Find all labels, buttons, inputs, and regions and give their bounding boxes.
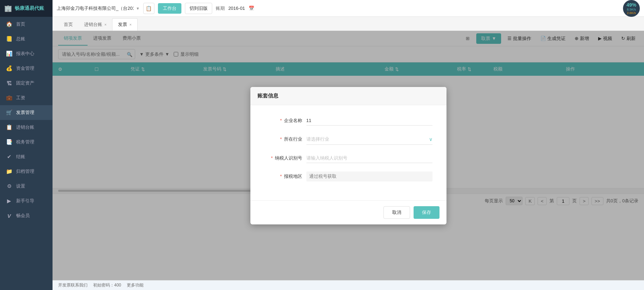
tax-region-input: [306, 171, 432, 181]
sidebar-item-label: 新手引导: [16, 198, 34, 204]
tab-invoice[interactable]: 发票 ×: [112, 18, 137, 31]
tax-id-input[interactable]: [306, 153, 432, 163]
invoice-icon: 🛒: [6, 109, 13, 116]
required-star: *: [280, 174, 282, 179]
sidebar-item-label: 总账: [16, 36, 25, 42]
bottom-more: 更多功能: [127, 282, 144, 288]
form-row-industry: * 所在行业 请选择行业 ∨: [264, 134, 432, 145]
archive-icon: 📁: [6, 168, 13, 175]
settle-icon: ✔: [6, 154, 13, 160]
assets-icon: 🏗: [6, 80, 13, 86]
modal-account-info: 账套信息 * 企业名称 *: [250, 87, 446, 224]
tab-inout-close[interactable]: ×: [104, 22, 106, 27]
logo-icon: 🏢: [4, 5, 12, 12]
company-select[interactable]: 上海卯金刀电子科技有限公司_（台201... ▼: [57, 5, 140, 12]
topbar-right: 49% 8.5K/s 2.6K/s: [623, 0, 640, 17]
sidebar-item-label: 固定资产: [16, 80, 34, 86]
company-name-input[interactable]: [306, 116, 432, 126]
sidebar-item-tax[interactable]: 📑 税务管理: [0, 135, 53, 149]
content-area: 销项发票 进项发票 费用小票 ⊞ 取票 ▼ ☰ 批量操作: [53, 31, 644, 280]
tab-home-label: 首页: [64, 21, 73, 28]
copy-icon: 📋: [146, 6, 152, 11]
modal-overlay: 账套信息 * 企业名称 *: [53, 31, 644, 280]
switch-old-button[interactable]: 切到旧版: [185, 3, 212, 14]
sidebar-item-label: 归档管理: [16, 168, 34, 175]
sidebar-item-home[interactable]: 🏠 首页: [0, 17, 53, 32]
cancel-button[interactable]: 取消: [383, 206, 410, 219]
sidebar: 🏢 畅康通易代账 🏠 首页 📒 总账 📊 报表中心 💰 资金管理 🏗 固定资产 …: [0, 0, 53, 290]
app-logo: 🏢 畅康通易代账: [0, 0, 53, 17]
sidebar-item-inout[interactable]: 📋 进销台账: [0, 120, 53, 135]
bottom-info: 开发票联系我们: [58, 282, 88, 288]
tab-inout[interactable]: 进销台账 ×: [78, 19, 112, 31]
sidebar-item-label: 进销台账: [16, 124, 34, 130]
industry-placeholder: 请选择行业: [306, 136, 429, 142]
topbar-copy-btn[interactable]: 📋: [143, 3, 154, 14]
industry-dropdown-arrow: ∨: [429, 136, 432, 142]
sidebar-item-invoice[interactable]: 🛒 发票管理: [0, 105, 53, 120]
sidebar-item-reports[interactable]: 📊 报表中心: [0, 46, 53, 61]
logo-text: 畅康通易代账: [15, 5, 44, 12]
required-star: *: [271, 155, 273, 161]
bottom-bar: 开发票联系我们 初始密码：400 更多功能: [53, 280, 644, 290]
company-name-label: * 企业名称: [264, 117, 306, 124]
sidebar-item-label: 报表中心: [16, 50, 34, 57]
modal-title: 账套信息: [250, 87, 446, 105]
speed-widget: 49% 8.5K/s 2.6K/s: [623, 0, 640, 17]
required-star: *: [280, 118, 282, 123]
capital-icon: 💰: [6, 65, 13, 72]
modal-footer: 取消 保存: [250, 200, 446, 224]
sidebar-item-guide[interactable]: ▶ 新手引导: [0, 194, 53, 208]
period-value: 2016-01: [228, 6, 245, 11]
salary-icon: 💼: [6, 95, 13, 101]
speed-up: 8.5K/s: [627, 8, 636, 11]
required-star: *: [280, 136, 282, 142]
modal-body: * 企业名称 * 所在行业 请选择行业: [250, 105, 446, 200]
sidebar-item-label: 结账: [16, 154, 25, 160]
calendar-icon[interactable]: 📅: [249, 6, 254, 11]
sidebar-item-label: 设置: [16, 183, 25, 189]
member-icon: V: [6, 213, 13, 219]
save-button[interactable]: 保存: [414, 206, 439, 219]
sidebar-item-label: 首页: [16, 21, 25, 27]
form-row-tax-id: * 纳税人识别号: [264, 153, 432, 163]
sidebar-item-settle[interactable]: ✔ 结账: [0, 149, 53, 164]
guide-icon: ▶: [6, 198, 13, 204]
sidebar-item-label: 畅会员: [16, 213, 30, 219]
tabbar: 首页 进销台账 × 发票 ×: [53, 17, 644, 31]
sidebar-item-settings[interactable]: ⚙ 设置: [0, 179, 53, 194]
tax-region-label: * 报税地区: [264, 173, 306, 180]
sidebar-item-ledger[interactable]: 📒 总账: [0, 32, 53, 46]
form-row-company: * 企业名称: [264, 116, 432, 126]
tax-icon: 📑: [6, 139, 13, 145]
sidebar-item-capital[interactable]: 💰 资金管理: [0, 61, 53, 76]
sidebar-item-salary[interactable]: 💼 工资: [0, 90, 53, 105]
workbench-button[interactable]: 工作台: [158, 3, 181, 14]
main-area: 上海卯金刀电子科技有限公司_（台201... ▼ 📋 工作台 切到旧版 账期 2…: [53, 0, 644, 290]
tab-invoice-label: 发票: [118, 21, 127, 28]
period-label: 账期: [216, 5, 225, 12]
industry-label: * 所在行业: [264, 136, 306, 142]
tab-home[interactable]: 首页: [58, 19, 78, 31]
speed-down: 2.6K/s: [627, 11, 636, 15]
tax-id-label: * 纳税人识别号: [264, 155, 306, 161]
sidebar-item-member[interactable]: V 畅会员: [0, 208, 53, 223]
topbar: 上海卯金刀电子科技有限公司_（台201... ▼ 📋 工作台 切到旧版 账期 2…: [53, 0, 644, 17]
sidebar-item-label: 资金管理: [16, 65, 34, 72]
company-dropdown-arrow: ▼: [136, 6, 140, 11]
inout-icon: 📋: [6, 124, 13, 130]
home-icon: 🏠: [6, 21, 13, 27]
bottom-phone: 初始密码：400: [93, 282, 121, 288]
sidebar-item-label: 税务管理: [16, 139, 34, 145]
reports-icon: 📊: [6, 50, 13, 57]
ledger-icon: 📒: [6, 36, 13, 42]
form-row-tax-region: * 报税地区: [264, 171, 432, 181]
sidebar-item-assets[interactable]: 🏗 固定资产: [0, 76, 53, 90]
industry-select[interactable]: 请选择行业 ∨: [306, 134, 432, 145]
sidebar-item-archive[interactable]: 📁 归档管理: [0, 164, 53, 179]
settings-icon: ⚙: [6, 183, 13, 189]
tab-invoice-close[interactable]: ×: [129, 22, 131, 27]
sidebar-item-label: 工资: [16, 95, 25, 101]
speed-percent: 49%: [626, 2, 636, 8]
sidebar-item-label: 发票管理: [16, 109, 34, 116]
